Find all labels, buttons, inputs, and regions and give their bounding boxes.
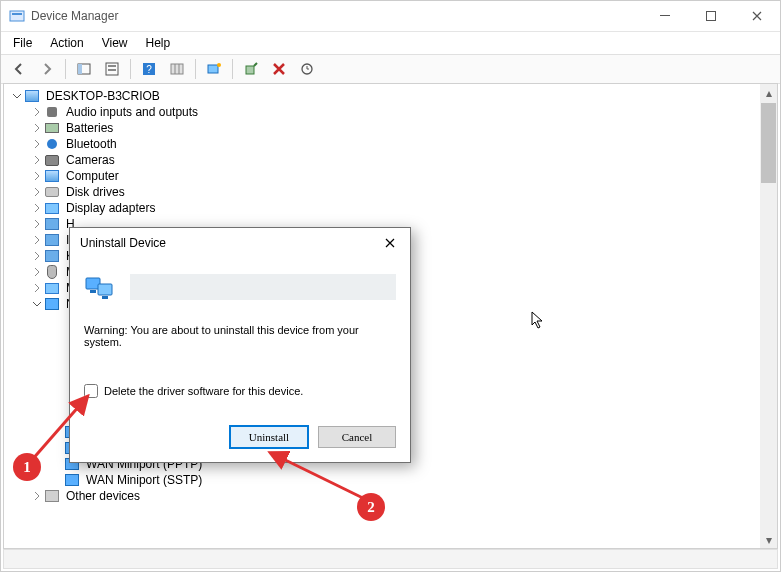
toolbar-action-button[interactable] bbox=[165, 57, 189, 81]
chevron-right-icon[interactable] bbox=[30, 283, 44, 293]
toolbar-uninstall-button[interactable] bbox=[267, 57, 291, 81]
tree-category[interactable]: Display adapters bbox=[6, 200, 775, 216]
cancel-button[interactable]: Cancel bbox=[318, 426, 396, 448]
tree-category-label: Computer bbox=[64, 168, 121, 184]
menu-file[interactable]: File bbox=[5, 34, 40, 52]
arrow-right-icon bbox=[39, 61, 55, 77]
tree-category-label: Other devices bbox=[64, 488, 142, 504]
tree-category[interactable]: Batteries bbox=[6, 120, 775, 136]
enable-icon bbox=[243, 61, 259, 77]
svg-rect-2 bbox=[660, 15, 670, 16]
tree-category[interactable]: Disk drives bbox=[6, 184, 775, 200]
tree-device[interactable]: WAN Miniport (SSTP) bbox=[6, 472, 775, 488]
update-icon bbox=[299, 61, 315, 77]
toolbar-forward-button[interactable] bbox=[35, 57, 59, 81]
device-icon bbox=[44, 168, 60, 184]
uninstall-x-icon bbox=[271, 61, 287, 77]
tree-category[interactable]: Computer bbox=[6, 168, 775, 184]
dialog-titlebar[interactable]: Uninstall Device bbox=[70, 228, 410, 258]
uninstall-button[interactable]: Uninstall bbox=[230, 426, 308, 448]
device-icon bbox=[44, 296, 60, 312]
chevron-right-icon[interactable] bbox=[30, 155, 44, 165]
toolbar-scan-button[interactable] bbox=[202, 57, 226, 81]
chevron-right-icon[interactable] bbox=[30, 235, 44, 245]
toolbar-show-hide-button[interactable] bbox=[72, 57, 96, 81]
delete-driver-checkbox-row[interactable]: Delete the driver software for this devi… bbox=[84, 384, 396, 398]
delete-driver-checkbox[interactable] bbox=[84, 384, 98, 398]
chevron-down-icon[interactable] bbox=[30, 299, 44, 309]
tree-category-label: Audio inputs and outputs bbox=[64, 104, 200, 120]
scroll-up-icon[interactable]: ▴ bbox=[760, 84, 777, 101]
close-icon bbox=[385, 238, 395, 248]
tree-category[interactable]: Bluetooth bbox=[6, 136, 775, 152]
tree-category[interactable]: Audio inputs and outputs bbox=[6, 104, 775, 120]
scrollbar-track[interactable] bbox=[760, 101, 777, 531]
dialog-device-row bbox=[84, 264, 396, 310]
tree-category-label: Disk drives bbox=[64, 184, 127, 200]
toolbar-update-button[interactable] bbox=[295, 57, 319, 81]
window-title: Device Manager bbox=[31, 9, 118, 23]
chevron-right-icon[interactable] bbox=[30, 139, 44, 149]
svg-rect-1 bbox=[12, 13, 22, 15]
window-close-button[interactable] bbox=[734, 1, 780, 31]
svg-point-15 bbox=[217, 63, 221, 67]
tree-category[interactable]: Other devices bbox=[6, 488, 775, 504]
tree-root-label: DESKTOP-B3CRIOB bbox=[44, 88, 162, 104]
chevron-right-icon[interactable] bbox=[30, 123, 44, 133]
svg-rect-21 bbox=[102, 296, 108, 299]
device-icon bbox=[44, 200, 60, 216]
device-icon bbox=[44, 232, 60, 248]
chevron-right-icon[interactable] bbox=[30, 107, 44, 117]
toolbar-help-button[interactable]: ? bbox=[137, 57, 161, 81]
network-adapter-icon bbox=[84, 272, 120, 302]
device-icon bbox=[44, 264, 60, 280]
device-icon bbox=[44, 280, 60, 296]
window-maximize-button[interactable] bbox=[688, 1, 734, 31]
toolbar-separator bbox=[232, 59, 233, 79]
chevron-right-icon[interactable] bbox=[30, 491, 44, 501]
device-icon bbox=[44, 248, 60, 264]
tree-category-label: Bluetooth bbox=[64, 136, 119, 152]
device-icon bbox=[44, 216, 60, 232]
chevron-right-icon[interactable] bbox=[30, 251, 44, 261]
scrollbar-thumb[interactable] bbox=[761, 103, 776, 183]
toolbar-separator bbox=[130, 59, 131, 79]
dialog-warning-text: Warning: You are about to uninstall this… bbox=[84, 324, 396, 348]
status-bar bbox=[3, 549, 778, 569]
grid-icon bbox=[169, 61, 185, 77]
window-minimize-button[interactable] bbox=[642, 1, 688, 31]
dialog-title: Uninstall Device bbox=[80, 236, 376, 250]
chevron-right-icon[interactable] bbox=[30, 171, 44, 181]
toolbar: ? bbox=[1, 54, 780, 84]
svg-rect-14 bbox=[208, 65, 218, 73]
svg-rect-16 bbox=[246, 66, 254, 74]
vertical-scrollbar[interactable]: ▴ ▾ bbox=[760, 84, 777, 548]
chevron-right-icon[interactable] bbox=[30, 219, 44, 229]
network-adapter-icon bbox=[64, 472, 80, 488]
svg-rect-5 bbox=[78, 64, 82, 74]
svg-rect-19 bbox=[98, 284, 112, 295]
tree-category-label: Batteries bbox=[64, 120, 115, 136]
chevron-right-icon[interactable] bbox=[30, 187, 44, 197]
minimize-icon bbox=[660, 11, 670, 21]
svg-text:?: ? bbox=[146, 64, 152, 75]
dialog-close-button[interactable] bbox=[376, 229, 404, 257]
chevron-right-icon[interactable] bbox=[30, 267, 44, 277]
svg-rect-8 bbox=[108, 69, 116, 71]
menu-help[interactable]: Help bbox=[138, 34, 179, 52]
menu-view[interactable]: View bbox=[94, 34, 136, 52]
chevron-right-icon[interactable] bbox=[30, 203, 44, 213]
svg-rect-3 bbox=[707, 12, 716, 21]
toolbar-properties-button[interactable] bbox=[100, 57, 124, 81]
tree-category-label: Cameras bbox=[64, 152, 117, 168]
toolbar-enable-button[interactable] bbox=[239, 57, 263, 81]
chevron-down-icon[interactable] bbox=[10, 91, 24, 101]
tree-category[interactable]: Cameras bbox=[6, 152, 775, 168]
device-icon bbox=[44, 488, 60, 504]
svg-rect-11 bbox=[171, 64, 183, 74]
toolbar-back-button[interactable] bbox=[7, 57, 31, 81]
device-icon bbox=[44, 136, 60, 152]
scroll-down-icon[interactable]: ▾ bbox=[760, 531, 777, 548]
tree-root[interactable]: DESKTOP-B3CRIOB bbox=[6, 88, 775, 104]
menu-action[interactable]: Action bbox=[42, 34, 91, 52]
